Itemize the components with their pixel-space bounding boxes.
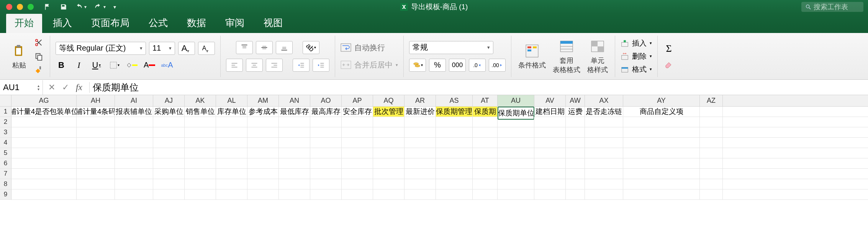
cell-AI2[interactable] bbox=[115, 117, 153, 127]
cell-AL3[interactable] bbox=[216, 127, 247, 137]
cell-AT9[interactable] bbox=[473, 189, 498, 199]
cell-AZ1[interactable] bbox=[700, 107, 723, 117]
cell-AS7[interactable] bbox=[436, 169, 473, 179]
column-header-AX[interactable]: AX bbox=[585, 95, 623, 106]
cell-AS1[interactable]: 保质期管理 bbox=[436, 107, 473, 117]
cell-AT8[interactable] bbox=[473, 179, 498, 189]
cell-AK7[interactable] bbox=[185, 169, 216, 179]
wrap-text-button[interactable]: 自动换行 bbox=[341, 43, 385, 53]
cell-AZ8[interactable] bbox=[700, 179, 723, 189]
cell-AT5[interactable] bbox=[473, 148, 498, 158]
align-top-button[interactable] bbox=[236, 41, 253, 54]
cell-AO8[interactable] bbox=[310, 179, 342, 189]
font-name-select[interactable]: 等线 Regular (正文)▾ bbox=[56, 42, 146, 55]
cell-AM6[interactable] bbox=[247, 158, 279, 168]
cell-AH4[interactable] bbox=[77, 138, 115, 148]
close-window-button[interactable] bbox=[6, 4, 12, 10]
cell-AQ4[interactable] bbox=[373, 138, 405, 148]
cell-AT3[interactable] bbox=[473, 127, 498, 137]
cell-AJ8[interactable] bbox=[153, 179, 185, 189]
cell-reference-input[interactable] bbox=[3, 82, 30, 92]
cell-AZ5[interactable] bbox=[700, 148, 723, 158]
increase-decimal-button[interactable]: .0 bbox=[469, 59, 486, 72]
redo-button[interactable]: ▾ bbox=[94, 3, 106, 11]
cell-AX1[interactable]: 是否走冻链 bbox=[585, 107, 623, 117]
cell-AL8[interactable] bbox=[216, 179, 247, 189]
cell-AY9[interactable] bbox=[623, 189, 700, 199]
cell-AP1[interactable]: 安全库存 bbox=[342, 107, 373, 117]
cell-AK8[interactable] bbox=[185, 179, 216, 189]
cell-AO2[interactable] bbox=[310, 117, 342, 127]
column-header-AN[interactable]: AN bbox=[279, 95, 310, 106]
cell-AQ8[interactable] bbox=[373, 179, 405, 189]
cell-AR3[interactable] bbox=[405, 127, 436, 137]
cell-AG7[interactable] bbox=[11, 169, 77, 179]
cell-AW1[interactable]: 运费 bbox=[566, 107, 585, 117]
tab-view[interactable]: 视图 bbox=[255, 13, 291, 33]
cell-AG1[interactable]: 辅计量4是否包装单位 bbox=[11, 107, 77, 117]
fx-icon[interactable]: fx bbox=[76, 82, 82, 92]
font-size-select[interactable]: 11▾ bbox=[149, 42, 175, 55]
cell-AQ9[interactable] bbox=[373, 189, 405, 199]
cell-AW5[interactable] bbox=[566, 148, 585, 158]
maximize-window-button[interactable] bbox=[28, 4, 34, 10]
cell-AY2[interactable] bbox=[623, 117, 700, 127]
cell-AS6[interactable] bbox=[436, 158, 473, 168]
cell-AG9[interactable] bbox=[11, 189, 77, 199]
column-header-AG[interactable]: AG bbox=[11, 95, 77, 106]
cell-AH2[interactable] bbox=[77, 117, 115, 127]
cell-AK1[interactable]: 销售单位 bbox=[185, 107, 216, 117]
cell-AI3[interactable] bbox=[115, 127, 153, 137]
cell-AV3[interactable] bbox=[534, 127, 566, 137]
cell-AU7[interactable] bbox=[498, 169, 534, 179]
formula-input[interactable] bbox=[90, 82, 868, 93]
cell-AL9[interactable] bbox=[216, 189, 247, 199]
cell-AS9[interactable] bbox=[436, 189, 473, 199]
column-header-AQ[interactable]: AQ bbox=[373, 95, 405, 106]
delete-cells-button[interactable]: 删除▾ bbox=[621, 51, 652, 61]
cell-AT7[interactable] bbox=[473, 169, 498, 179]
align-bottom-button[interactable] bbox=[276, 41, 293, 54]
cell-AY4[interactable] bbox=[623, 138, 700, 148]
cell-AY5[interactable] bbox=[623, 148, 700, 158]
cell-AS5[interactable] bbox=[436, 148, 473, 158]
cell-AJ6[interactable] bbox=[153, 158, 185, 168]
cell-AI8[interactable] bbox=[115, 179, 153, 189]
increase-indent-button[interactable] bbox=[313, 59, 329, 72]
cell-AZ6[interactable] bbox=[700, 158, 723, 168]
cell-AW2[interactable] bbox=[566, 117, 585, 127]
cell-AG4[interactable] bbox=[11, 138, 77, 148]
cell-AM9[interactable] bbox=[247, 189, 279, 199]
cell-AO6[interactable] bbox=[310, 158, 342, 168]
cell-AR8[interactable] bbox=[405, 179, 436, 189]
save-icon[interactable] bbox=[60, 3, 67, 11]
cell-AR4[interactable] bbox=[405, 138, 436, 148]
cell-AJ1[interactable]: 采购单位 bbox=[153, 107, 185, 117]
cell-AP7[interactable] bbox=[342, 169, 373, 179]
cell-AP4[interactable] bbox=[342, 138, 373, 148]
cell-AH8[interactable] bbox=[77, 179, 115, 189]
cell-AH3[interactable] bbox=[77, 127, 115, 137]
cell-AI6[interactable] bbox=[115, 158, 153, 168]
cell-AJ7[interactable] bbox=[153, 169, 185, 179]
cell-AX7[interactable] bbox=[585, 169, 623, 179]
cell-AZ7[interactable] bbox=[700, 169, 723, 179]
row-header-5[interactable]: 5 bbox=[0, 148, 11, 158]
cell-AZ4[interactable] bbox=[700, 138, 723, 148]
paste-button[interactable]: 粘贴 bbox=[9, 42, 29, 71]
cell-AR6[interactable] bbox=[405, 158, 436, 168]
cell-AX8[interactable] bbox=[585, 179, 623, 189]
cell-AZ3[interactable] bbox=[700, 127, 723, 137]
cell-AT2[interactable] bbox=[473, 117, 498, 127]
cell-AX4[interactable] bbox=[585, 138, 623, 148]
cell-AU2[interactable] bbox=[498, 117, 534, 127]
cell-AV8[interactable] bbox=[534, 179, 566, 189]
cell-AT4[interactable] bbox=[473, 138, 498, 148]
column-header-AT[interactable]: AT bbox=[473, 95, 498, 106]
cell-AM5[interactable] bbox=[247, 148, 279, 158]
cell-AO1[interactable]: 最高库存 bbox=[310, 107, 342, 117]
currency-button[interactable]: ▾ bbox=[409, 59, 426, 72]
cell-AT1[interactable]: 保质期 bbox=[473, 107, 498, 117]
customize-qat-button[interactable]: ▾ bbox=[113, 4, 116, 10]
cell-AY7[interactable] bbox=[623, 169, 700, 179]
